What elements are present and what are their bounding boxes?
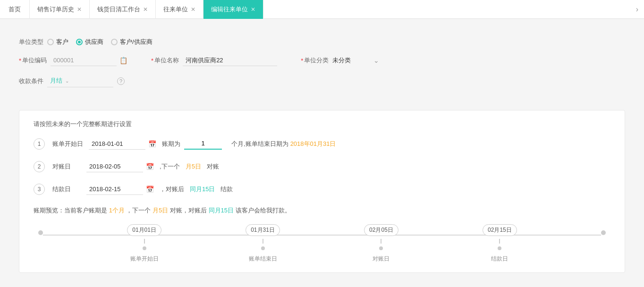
reconcile-desc-highlight: 月5日 [186, 162, 201, 171]
timeline-badge-4: 02月15日 [483, 224, 517, 236]
tab-sales-history[interactable]: 销售订单历史 ✕ [30, 0, 90, 19]
tab-more-button[interactable]: › [630, 5, 644, 14]
preview-day2: 同月15日 [209, 207, 234, 214]
timeline-end-dot [601, 230, 606, 235]
timeline-badge-2: 01月31日 [246, 224, 280, 236]
timeline-dot-2 [261, 246, 265, 250]
code-copy-icon[interactable]: 📋 [119, 57, 127, 64]
name-label: 单位名称 [154, 56, 179, 65]
tab-sales-history-label: 销售订单历史 [37, 5, 74, 14]
radio-customer[interactable]: 客户 [47, 38, 68, 46]
period-num-1: 1 [34, 138, 45, 150]
payment-date-label: 结款日 [52, 185, 81, 194]
timeline-dot-1 [143, 246, 146, 250]
period-card: 请按照未来的一个完整帐期进行设置 1 账单开始日 📅 账期为 个月,账单结束日期… [19, 110, 625, 273]
main-content: 单位类型 客户 供应商 客户/供应商 * 单位编码 [0, 19, 644, 287]
timeline-badge-1: 01月01日 [127, 224, 161, 236]
timeline-label-4: 结款日 [491, 255, 508, 263]
tab-home-label: 首页 [8, 5, 21, 14]
unit-type-radio-group: 客户 供应商 客户/供应商 [47, 38, 153, 46]
start-date-calendar-icon[interactable]: 📅 [148, 140, 156, 148]
radio-supplier[interactable]: 供应商 [76, 38, 103, 46]
name-input[interactable] [183, 55, 277, 66]
timeline-connector-4 [499, 239, 500, 244]
payment-value: 月结 [50, 76, 62, 85]
period-for-label: 账期为 [162, 140, 180, 148]
radio-customer-supplier[interactable]: 客户/供应商 [111, 38, 153, 46]
reconcile-calendar-icon[interactable]: 📅 [146, 163, 154, 170]
code-field-group: * 单位编码 📋 [19, 55, 127, 66]
radio-customer-supplier-label: 客户/供应商 [120, 38, 153, 46]
category-value: 未分类 [332, 56, 351, 65]
timeline-wrapper: 01月01日 账单开始日 01月31日 账单结束日 02月05日 [34, 224, 610, 263]
radio-customer-supplier-circle [111, 39, 118, 45]
period-card-title: 请按照未来的一个完整帐期进行设置 [34, 120, 610, 128]
preview-section: 账期预览：当前客户账期是 1个月 ，下一个 月5日 对账，对账后 同月15日 该… [34, 199, 610, 263]
preview-part6: 该客户会给我打款。 [236, 207, 291, 214]
tab-cash-work-label: 钱货日清工作台 [97, 5, 140, 14]
tab-edit-partner-label: 编辑往来单位 [211, 5, 248, 14]
radio-customer-label: 客户 [56, 38, 68, 46]
category-arrow-icon: ⌄ [373, 57, 379, 64]
tab-home[interactable]: 首页 [0, 0, 30, 19]
timeline-connector-2 [263, 239, 263, 244]
preview-months: 1个月 [109, 207, 125, 214]
timeline-start-dot [38, 230, 43, 235]
unit-type-row: 单位类型 客户 供应商 客户/供应商 [19, 38, 625, 46]
period-end-date: 2018年01月31日 [290, 140, 336, 148]
unit-type-label: 单位类型 [19, 38, 43, 46]
payment-date-calendar-icon[interactable]: 📅 [146, 186, 154, 193]
timeline-label-3: 对账日 [373, 255, 390, 263]
tab-cash-work-close[interactable]: ✕ [143, 6, 148, 13]
timeline-points: 01月01日 账单开始日 01月31日 账单结束日 02月05日 [38, 224, 606, 263]
timeline-right-dot [601, 230, 606, 235]
reconcile-label: 对账日 [52, 162, 81, 171]
tab-partner[interactable]: 往来单位 ✕ [156, 0, 203, 19]
timeline-point-4: 02月15日 结款日 [483, 224, 517, 263]
period-row-3: 3 结款日 📅 ，对账后 同月15日 结款 [34, 184, 610, 195]
name-required-mark: * [151, 57, 153, 64]
period-num-3: 3 [34, 184, 45, 195]
tab-cash-work[interactable]: 钱货日清工作台 ✕ [90, 0, 156, 19]
reconcile-desc-prefix: ,下一个 [160, 162, 180, 171]
timeline-dot-4 [498, 246, 501, 250]
payment-date-input[interactable] [86, 184, 143, 195]
period-row-2: 2 对账日 📅 ,下一个 月5日 对账 [34, 161, 610, 172]
tab-edit-partner[interactable]: 编辑往来单位 ✕ [203, 0, 263, 19]
radio-supplier-circle [76, 39, 83, 45]
payment-help-icon[interactable]: ? [117, 77, 125, 85]
payment-label: 收款条件 [19, 77, 43, 85]
code-required-mark: * [19, 57, 21, 64]
period-start-label: 账单开始日 [52, 140, 83, 148]
radio-supplier-label: 供应商 [85, 38, 103, 46]
tab-partner-label: 往来单位 [163, 5, 188, 14]
timeline-left-dot [38, 230, 43, 235]
preview-label: 账期预览：当前客户账期是 [34, 207, 107, 214]
reconcile-date-input[interactable] [86, 161, 143, 172]
category-label: 单位分类 [304, 56, 329, 65]
reconcile-desc-suffix: 对账 [207, 162, 219, 171]
tab-edit-partner-close[interactable]: ✕ [251, 6, 255, 13]
start-date-input[interactable] [89, 138, 145, 150]
code-input[interactable] [51, 55, 117, 66]
payment-select[interactable]: 月结 ⌄ [47, 75, 113, 87]
tab-partner-close[interactable]: ✕ [191, 6, 195, 13]
category-field-group: * 单位分类 未分类 ⌄ [301, 56, 379, 65]
tab-sales-history-close[interactable]: ✕ [77, 6, 82, 13]
timeline-point-3: 02月05日 对账日 [364, 224, 398, 263]
form-top: 单位类型 客户 供应商 客户/供应商 * 单位编码 [19, 28, 625, 105]
payment-desc-prefix: ，对账后 [160, 185, 184, 194]
period-months-input[interactable] [184, 138, 222, 150]
preview-day1: 月5日 [153, 207, 168, 214]
radio-customer-circle [47, 39, 54, 45]
timeline-connector-1 [144, 239, 145, 244]
category-dropdown[interactable]: 未分类 ⌄ [332, 56, 379, 65]
preview-part4: 对账，对账后 [170, 207, 207, 214]
payment-desc-highlight: 同月15日 [190, 185, 215, 194]
timeline-label-2: 账单结束日 [249, 255, 277, 263]
fields-row: * 单位编码 📋 * 单位名称 * 单位分类 未分类 ⌄ [19, 55, 625, 66]
timeline-badge-3: 02月05日 [364, 224, 398, 236]
timeline-point-1: 01月01日 账单开始日 [127, 224, 161, 263]
timeline-connector-3 [381, 239, 381, 244]
code-label: 单位编码 [22, 56, 47, 65]
